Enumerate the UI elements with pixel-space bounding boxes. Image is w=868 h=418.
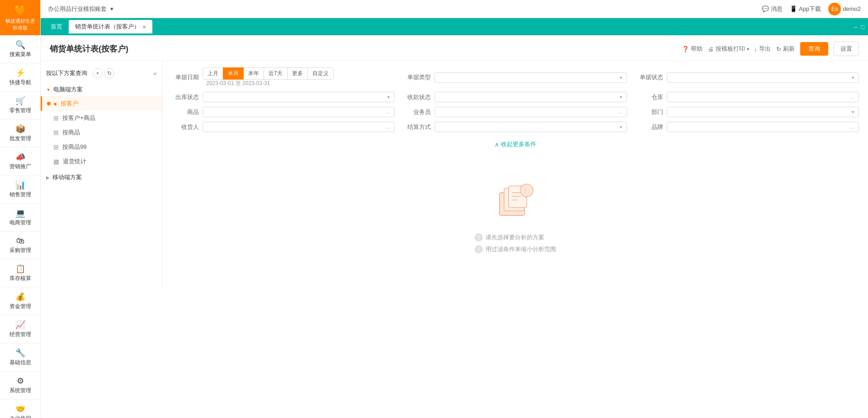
order-type-label: 单据类型	[404, 73, 431, 81]
out-status-select[interactable]: ▾	[203, 92, 395, 102]
content-area: 销货单统计表(按客户) ❓ 帮助 🖨 按模板打印 ▾ ↓ 导出	[41, 35, 868, 418]
sidebar-item-2[interactable]: 🛒零售管理	[0, 91, 40, 119]
date-range-text: 2023-03-01 至 2023-03-31	[206, 80, 270, 86]
filter-cell-settlement: 结算方式 ▾	[404, 122, 627, 132]
brand-arrow: …	[849, 124, 854, 129]
warehouse-select[interactable]: …	[667, 92, 859, 102]
sidebar-icon-6: 💻	[2, 208, 38, 218]
filter-cell-receiver: 收货人 …	[172, 122, 395, 132]
department-arrow: ▾	[852, 109, 854, 114]
sidebar-icon-3: 📦	[2, 124, 38, 134]
query-button[interactable]: 查询	[800, 42, 828, 56]
sidebar-icon-0: 🔍	[2, 40, 38, 50]
print-label: 按模板打印	[716, 45, 745, 53]
sidebar-item-8[interactable]: 📋库存核算	[0, 259, 40, 287]
tip-num-1: 1	[475, 233, 483, 242]
salesperson-select[interactable]: …	[434, 107, 627, 117]
by-product-99-icon: ⊞	[53, 143, 59, 151]
date-tab-last-month[interactable]: 上月	[203, 67, 223, 80]
order-status-select[interactable]: ▾	[667, 72, 859, 83]
message-btn[interactable]: 💬 消息	[762, 5, 783, 13]
topbar-title: 办公用品行业模拟账套	[48, 5, 107, 13]
customer-icon: ●	[53, 100, 57, 107]
filter-panel: 单据日期 上月 本月 本年 近7天 更多 自定义 20	[163, 61, 868, 287]
sidebar-item-12[interactable]: ⚙系统管理	[0, 371, 40, 399]
topbar-dropdown[interactable]: ▾	[110, 5, 113, 12]
scheme-item-by-product-label: 按商品	[62, 128, 80, 137]
scheme-collapse-btn[interactable]: «	[153, 70, 157, 77]
help-icon: ❓	[682, 46, 689, 52]
sidebar-logo[interactable]: 🧡 畅捷通好生意 标准版	[0, 0, 40, 35]
date-tab-more[interactable]: 更多	[287, 67, 308, 80]
scheme-item-by-customer[interactable]: ● 按客户	[41, 96, 162, 111]
tab-minimize-btn[interactable]: –	[854, 24, 857, 30]
date-tab-this-year[interactable]: 本年	[243, 67, 264, 80]
scheme-item-by-product[interactable]: ⊞ 按商品	[41, 125, 162, 140]
scheme-group-mobile-header[interactable]: ▶ 移动端方案	[41, 171, 162, 184]
sidebar-item-4[interactable]: 📣营销推广	[0, 147, 40, 176]
print-btn[interactable]: 🖨 按模板打印 ▾	[708, 45, 749, 53]
sidebar-item-11[interactable]: 🔧基础信息	[0, 343, 40, 371]
sidebar-item-10[interactable]: 📈经营管理	[0, 315, 40, 343]
settings-button[interactable]: 设置	[834, 42, 859, 56]
out-status-control: ▾	[203, 92, 395, 102]
sidebar-item-6[interactable]: 💻电商管理	[0, 204, 40, 232]
tab-maximize-btn[interactable]: □	[861, 24, 864, 30]
topbar-left: 办公用品行业模拟账套 ▾	[48, 5, 113, 13]
scheme-item-customer-product-label: 按客户+商品	[62, 114, 95, 122]
sidebar-item-0[interactable]: 🔍搜索菜单	[0, 35, 40, 63]
return-stats-icon: ▦	[53, 158, 59, 165]
sidebar-item-3[interactable]: 📦批发管理	[0, 119, 40, 147]
sidebar-item-7[interactable]: 🛍采购管理	[0, 232, 40, 259]
filter-cell-order-type: 单据类型 ▾	[404, 67, 627, 87]
user-menu[interactable]: Ea demo2	[828, 3, 861, 15]
product-select[interactable]: …	[203, 107, 395, 117]
scheme-item-customer-product[interactable]: ⊞ 按客户+商品	[41, 111, 162, 125]
settlement-select[interactable]: ▾	[434, 122, 627, 132]
pay-status-select[interactable]: ▾	[434, 92, 627, 102]
tab-home[interactable]: 首页	[44, 20, 69, 33]
filter-cell-pay-status: 收款状态 ▾	[404, 92, 627, 102]
scheme-group-pc-header[interactable]: ▼ 电脑端方案	[41, 83, 162, 96]
brand-select[interactable]: …	[667, 122, 859, 132]
avatar-initials: Ea	[831, 6, 838, 12]
sidebar-icon-12: ⚙	[2, 376, 38, 386]
pay-status-label: 收款状态	[404, 93, 431, 101]
department-select[interactable]: ▾	[667, 107, 859, 117]
order-type-select[interactable]: ▾	[434, 72, 627, 83]
receiver-select[interactable]: …	[203, 122, 395, 132]
sidebar-item-9[interactable]: 💰资金管理	[0, 287, 40, 315]
sidebar-icon-2: 🛒	[2, 96, 38, 106]
date-tab-this-month[interactable]: 本月	[223, 67, 244, 80]
tab-sales-stats[interactable]: 销货单统计表（按客户） ✕	[69, 20, 152, 33]
empty-state: ! 1 请先选择要分析的方案 2 用过滤	[172, 152, 859, 280]
scheme-refresh-btn[interactable]: ↻	[104, 68, 114, 78]
collapse-more-btn[interactable]: ∧ 收起更多条件	[172, 137, 859, 152]
main-area: 办公用品行业模拟账套 ▾ 💬 消息 📱 App下载 Ea demo2	[41, 0, 868, 418]
sidebar-item-1[interactable]: ⚡快捷导航	[0, 63, 40, 91]
date-tab-7days[interactable]: 近7天	[264, 67, 288, 80]
warehouse-label: 仓库	[636, 93, 663, 101]
scheme-item-return-stats[interactable]: ▦ 退货统计	[41, 154, 162, 169]
page-title: 销货单统计表(按客户)	[50, 43, 128, 54]
receiver-arrow: …	[385, 124, 390, 129]
scheme-item-by-product-99[interactable]: ⊞ 按商品99	[41, 140, 162, 154]
tab-close-icon[interactable]: ✕	[142, 24, 146, 29]
filter-cell-salesperson: 业务员 …	[404, 107, 627, 117]
scheme-item-return-stats-label: 退货统计	[63, 157, 86, 166]
scheme-group-pc: ▼ 电脑端方案 ● 按客户 ⊞ 按客户+商品	[41, 83, 162, 169]
date-tab-custom[interactable]: 自定义	[307, 67, 334, 80]
order-status-arrow: ▾	[852, 75, 854, 80]
settlement-control: ▾	[434, 122, 627, 132]
message-label: 消息	[771, 5, 783, 13]
app-download-btn[interactable]: 📱 App下载	[790, 5, 821, 13]
product-label: 商品	[172, 108, 199, 116]
scheme-add-btn[interactable]: +	[93, 68, 103, 78]
refresh-btn[interactable]: ↻ 刷新	[776, 45, 795, 53]
sidebar-item-13[interactable]: 🤝企业协同	[0, 399, 40, 418]
two-panel: 按以下方案查询 + ↻ « ▼ 电脑端方案	[41, 61, 868, 287]
sidebar-item-5[interactable]: 📊销售管理	[0, 176, 40, 204]
export-btn[interactable]: ↓ 导出	[755, 45, 771, 53]
help-btn[interactable]: ❓ 帮助	[682, 45, 703, 53]
sidebar-icon-10: 📈	[2, 320, 38, 330]
